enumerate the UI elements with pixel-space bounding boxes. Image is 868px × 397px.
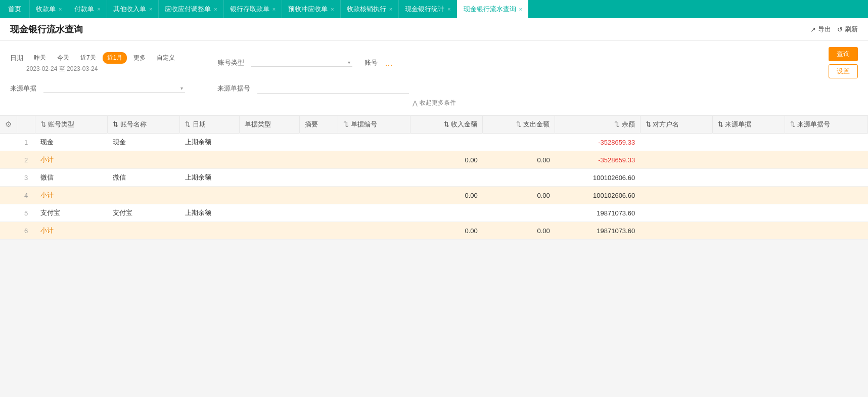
- row-income: [410, 169, 483, 187]
- th-expense[interactable]: ⇅ 支出金额: [483, 116, 555, 134]
- date-btn-today[interactable]: 今天: [53, 52, 74, 64]
- query-button[interactable]: 查询: [829, 47, 858, 61]
- close-bank-deposit-icon[interactable]: ×: [272, 6, 276, 12]
- row-expense: 0.00: [483, 187, 555, 204]
- row-expense: 0.00: [483, 222, 555, 240]
- row-counterparty: [640, 204, 712, 222]
- table-row: 3 微信 微信 上期余额 100102606.60: [0, 169, 868, 187]
- row-expense: 0.00: [483, 151, 555, 169]
- collapse-up-icon: ⋀: [413, 100, 418, 107]
- row-account-name: 微信: [108, 169, 180, 187]
- close-payment-icon[interactable]: ×: [97, 6, 100, 12]
- filter-area: 日期 昨天 今天 近7天 近1月 更多 自定义 2023-02-24 至 202…: [0, 41, 868, 116]
- close-other-income-icon[interactable]: ×: [149, 6, 152, 12]
- row-balance: 19871073.60: [555, 222, 640, 240]
- row-account-name: 现金: [108, 134, 180, 151]
- row-source-doc-no: [785, 169, 867, 187]
- close-ar-adjust-icon[interactable]: ×: [214, 6, 217, 12]
- row-account-type: 小计: [35, 187, 108, 204]
- th-date[interactable]: ⇅ 日期: [180, 116, 240, 134]
- th-source-doc-no[interactable]: ⇅ 来源单据号: [785, 116, 867, 134]
- row-date: [180, 151, 240, 169]
- row-doc-no: [338, 134, 410, 151]
- page-title: 现金银行流水查询: [10, 23, 83, 35]
- row-summary: [299, 204, 338, 222]
- row-doc-no: [338, 222, 410, 240]
- table-gear-icon[interactable]: ⚙: [5, 120, 12, 128]
- row-doc-type: [239, 204, 299, 222]
- settings-button[interactable]: 设置: [829, 64, 858, 78]
- row-account-name: 支付宝: [108, 204, 180, 222]
- nav-home[interactable]: 首页: [0, 0, 29, 18]
- th-balance[interactable]: ⇅ 余额: [555, 116, 640, 134]
- row-date: [180, 187, 240, 204]
- row-gear-cell: [0, 134, 17, 151]
- row-doc-type: [239, 151, 299, 169]
- row-account-type: 小计: [35, 151, 108, 169]
- row-number: 5: [17, 204, 35, 222]
- close-bank-stats-icon[interactable]: ×: [447, 6, 450, 12]
- date-btn-custom[interactable]: 自定义: [152, 52, 179, 64]
- row-source-doc: [712, 151, 785, 169]
- source-doc-no-input[interactable]: [257, 83, 409, 94]
- nav-tab-bank-stats[interactable]: 现金银行统计 ×: [398, 0, 456, 18]
- row-account-type: 支付宝: [35, 204, 108, 222]
- header-actions: ↗ 导出 ↺ 刷新: [810, 25, 858, 34]
- source-doc-no-label: 来源单据号: [217, 84, 250, 93]
- row-expense: [483, 204, 555, 222]
- close-verify-exec-icon[interactable]: ×: [389, 6, 392, 12]
- date-btn-yesterday[interactable]: 昨天: [29, 52, 51, 64]
- row-summary: [299, 187, 338, 204]
- account-type-select[interactable]: ▾: [251, 59, 352, 67]
- export-button[interactable]: ↗ 导出: [810, 25, 831, 34]
- th-doc-no[interactable]: ⇅ 单据编号: [338, 116, 410, 134]
- nav-tab-bank-deposit[interactable]: 银行存取款单 ×: [223, 0, 282, 18]
- th-source-doc[interactable]: ⇅ 来源单据: [712, 116, 785, 134]
- source-doc-select[interactable]: ▾: [43, 84, 185, 93]
- row-gear-cell: [0, 204, 17, 222]
- nav-tab-advance-offset[interactable]: 预收冲应收单 ×: [282, 0, 340, 18]
- date-btn-7days[interactable]: 近7天: [76, 52, 101, 64]
- source-doc-label: 来源单据: [10, 84, 36, 93]
- close-bank-flow-icon[interactable]: ×: [519, 6, 522, 12]
- refresh-button[interactable]: ↺ 刷新: [837, 25, 858, 34]
- nav-tab-other-income[interactable]: 其他收入单 ×: [107, 0, 158, 18]
- nav-tab-verify-exec[interactable]: 收款核销执行 ×: [340, 0, 398, 18]
- table-body: 1 现金 现金 上期余额 -3528659.33 2 小计 0.00 0.00 …: [0, 134, 868, 240]
- account-dots-button[interactable]: ...: [385, 58, 392, 68]
- th-account-type[interactable]: ⇅ 账号类型: [35, 116, 108, 134]
- collapse-bar[interactable]: ⋀ 收起更多条件: [10, 97, 858, 109]
- nav-tab-payment[interactable]: 付款单 ×: [68, 0, 106, 18]
- row-income: 0.00: [410, 151, 483, 169]
- nav-tab-bank-flow[interactable]: 现金银行流水查询 ×: [457, 0, 528, 18]
- row-doc-no: [338, 169, 410, 187]
- row-number: 1: [17, 134, 35, 151]
- row-number: 3: [17, 169, 35, 187]
- row-date: 上期余额: [180, 134, 240, 151]
- date-btn-more[interactable]: 更多: [129, 52, 150, 64]
- row-balance: 100102606.60: [555, 169, 640, 187]
- account-type-label: 账号类型: [218, 58, 244, 67]
- nav-tab-receipt[interactable]: 收款单 ×: [29, 0, 68, 18]
- date-btn-1month[interactable]: 近1月: [103, 52, 127, 64]
- th-summary: 摘要: [299, 116, 338, 134]
- row-source-doc-no: [785, 204, 867, 222]
- close-advance-offset-icon[interactable]: ×: [331, 6, 334, 12]
- th-account-name[interactable]: ⇅ 账号名称: [108, 116, 180, 134]
- row-gear-cell: [0, 187, 17, 204]
- row-source-doc: [712, 187, 785, 204]
- row-gear-cell: [0, 222, 17, 240]
- row-income: [410, 134, 483, 151]
- source-doc-chevron-icon: ▾: [180, 85, 183, 91]
- row-source-doc-no: [785, 187, 867, 204]
- row-summary: [299, 151, 338, 169]
- row-source-doc: [712, 222, 785, 240]
- table-row: 4 小计 0.00 0.00 100102606.60: [0, 187, 868, 204]
- table-row: 2 小计 0.00 0.00 -3528659.33: [0, 151, 868, 169]
- row-account-type: 现金: [35, 134, 108, 151]
- th-income[interactable]: ⇅ 收入金额: [410, 116, 483, 134]
- account-label: 账号: [364, 58, 378, 67]
- close-receipt-icon[interactable]: ×: [59, 6, 62, 12]
- nav-tab-ar-adjust[interactable]: 应收应付调整单 ×: [158, 0, 223, 18]
- th-counterparty[interactable]: ⇅ 对方户名: [640, 116, 712, 134]
